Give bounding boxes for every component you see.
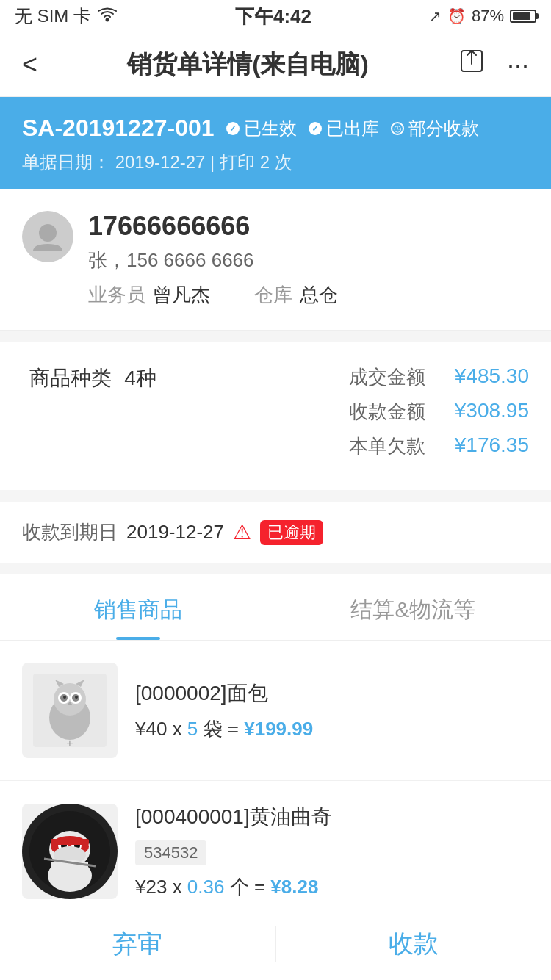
status-left: 无 SIM 卡 xyxy=(15,4,118,28)
product-image-bread: + xyxy=(22,663,118,758)
battery-text: 87% xyxy=(472,7,504,26)
customer-meta: 业务员 曾凡杰 仓库 总仓 xyxy=(88,282,529,308)
status-effected: 已生效 xyxy=(226,117,297,140)
overdue-alert-icon: ⚠ xyxy=(233,520,251,544)
overdue-section: 收款到期日 2019-12-27 ⚠ 已逾期 xyxy=(0,502,551,563)
svg-point-2 xyxy=(39,224,57,242)
product-info-bread: [0000002]面包 ¥40 x 5 袋 = ¥199.99 xyxy=(135,680,529,742)
banner-sub: 单据日期： 2019-12-27 | 打印 2 次 xyxy=(22,151,529,174)
svg-point-0 xyxy=(106,18,109,22)
collect-payment-button[interactable]: 收款 xyxy=(276,912,552,976)
warehouse: 仓库 总仓 xyxy=(254,282,338,308)
cancel-review-button[interactable]: 弃审 xyxy=(0,912,276,976)
back-button[interactable]: < xyxy=(22,49,37,80)
status-time: 下午4:42 xyxy=(235,4,311,29)
customer-info: 17666666666 张，156 6666 6666 业务员 曾凡杰 仓库 总… xyxy=(88,211,529,308)
status-shipped: 已出库 xyxy=(309,117,379,140)
product-list: + [0000002]面包 ¥40 x 5 袋 = ¥199.99 xyxy=(0,641,551,923)
wifi-icon xyxy=(97,6,118,26)
product-name-cookie: [000400001]黄油曲奇 xyxy=(135,803,529,831)
debt-row: 本单欠款 ¥176.35 xyxy=(349,433,529,459)
product-info-cookie: [000400001]黄油曲奇 534532 ¥23 x 0.36 个 = ¥8… xyxy=(135,803,529,900)
overdue-badge: 已逾期 xyxy=(260,520,323,545)
status-bar: 无 SIM 卡 下午4:42 ↗ ⏰ 87% xyxy=(0,0,551,32)
nav-right-actions: ··· xyxy=(458,48,529,81)
location-icon: ↗ xyxy=(429,7,442,25)
page-title: 销货单详情(来自电脑) xyxy=(127,48,369,82)
customer-avatar xyxy=(22,211,73,262)
svg-text:+: + xyxy=(66,737,73,747)
svg-rect-24 xyxy=(51,839,89,845)
banner-top: SA-20191227-001 已生效 已出库 ◷ 部分收款 xyxy=(22,115,529,142)
check-icon-2 xyxy=(309,122,322,135)
svg-point-10 xyxy=(63,696,66,699)
clock-icon: ◷ xyxy=(391,122,404,135)
sim-text: 无 SIM 卡 xyxy=(15,4,91,28)
summary-section: 商品种类 4种 成交金额 ¥485.30 收款金额 ¥308.95 本单欠款 ¥… xyxy=(0,342,551,490)
amount-row: 成交金额 ¥485.30 xyxy=(349,364,529,390)
product-image-cookie xyxy=(22,804,118,899)
tab-settlement[interactable]: 结算&物流等 xyxy=(276,574,551,640)
bottom-bar: 弃审 收款 xyxy=(0,907,551,980)
order-header-banner: SA-20191227-001 已生效 已出库 ◷ 部分收款 单据日期： 201… xyxy=(0,97,551,189)
battery-icon xyxy=(510,10,536,23)
nav-bar: < 销货单详情(来自电脑) ··· xyxy=(0,32,551,97)
sales-person: 业务员 曾凡杰 xyxy=(88,282,210,308)
tabs-row: 销售商品 结算&物流等 xyxy=(0,574,551,640)
status-partial-payment: ◷ 部分收款 xyxy=(391,117,479,140)
status-right: ↗ ⏰ 87% xyxy=(429,7,536,26)
customer-id: 17666666666 xyxy=(88,211,529,242)
check-icon xyxy=(226,122,240,135)
product-price-cookie: ¥23 x 0.36 个 = ¥8.28 xyxy=(135,874,529,900)
product-item-2: [000400001]黄油曲奇 534532 ¥23 x 0.36 个 = ¥8… xyxy=(0,781,551,923)
received-row: 收款金额 ¥308.95 xyxy=(349,399,529,425)
product-name-bread: [0000002]面包 xyxy=(135,680,529,707)
product-sku-cookie: 534532 xyxy=(135,840,206,865)
tabs-section: 销售商品 结算&物流等 xyxy=(0,574,551,641)
svg-point-11 xyxy=(75,696,78,699)
summary-left: 商品种类 4种 xyxy=(22,364,156,398)
product-price-bread: ¥40 x 5 袋 = ¥199.99 xyxy=(135,716,529,742)
order-id: SA-20191227-001 xyxy=(22,115,215,142)
product-type-row: 商品种类 4种 xyxy=(22,364,156,392)
customer-section: 17666666666 张，156 6666 6666 业务员 曾凡杰 仓库 总… xyxy=(0,189,551,331)
product-item: + [0000002]面包 ¥40 x 5 袋 = ¥199.99 xyxy=(0,641,551,781)
tab-sales-products[interactable]: 销售商品 xyxy=(0,574,276,640)
ninja-logo xyxy=(22,804,118,899)
share-icon[interactable] xyxy=(458,48,485,81)
customer-contact: 张，156 6666 6666 xyxy=(88,248,529,273)
more-icon[interactable]: ··· xyxy=(507,49,529,80)
alarm-icon: ⏰ xyxy=(447,7,466,25)
summary-right: 成交金额 ¥485.30 收款金额 ¥308.95 本单欠款 ¥176.35 xyxy=(349,364,529,468)
